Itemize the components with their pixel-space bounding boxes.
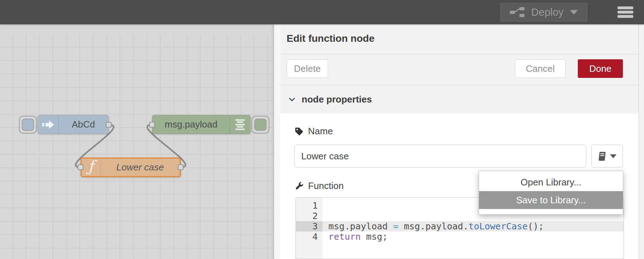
- code-line[interactable]: msg.payload = msg.payload.toLowerCase();: [322, 221, 624, 231]
- inject-output-port[interactable]: [106, 122, 112, 128]
- tray-header: Edit function node: [280, 24, 639, 54]
- line-number: 3: [296, 221, 322, 231]
- tray-title: Edit function node: [287, 33, 639, 44]
- delete-button[interactable]: Delete: [287, 59, 328, 78]
- header-bar: Deploy: [0, 0, 644, 24]
- chevron-down-icon: [289, 98, 295, 101]
- library-caret-icon: [610, 154, 616, 158]
- debug-input-port[interactable]: [149, 122, 155, 128]
- inject-trigger-button[interactable]: [19, 116, 37, 134]
- library-dropdown-button[interactable]: [591, 145, 623, 168]
- deploy-flow-icon: [510, 6, 525, 18]
- wrench-icon: [294, 181, 304, 191]
- function-node-selected[interactable]: ƒ Lower case: [80, 158, 181, 177]
- function-output-port[interactable]: [178, 164, 184, 170]
- wire-layer: [0, 24, 274, 259]
- tag-icon: [294, 127, 304, 136]
- deploy-caret-icon[interactable]: [570, 10, 578, 15]
- function-input-port[interactable]: [78, 164, 83, 170]
- debug-node[interactable]: msg.payload: [152, 115, 250, 134]
- debug-lines-icon: [230, 115, 250, 134]
- book-icon: [598, 151, 607, 161]
- menu-item[interactable]: Save to Library...: [479, 191, 623, 209]
- tray-scrollbar-track[interactable]: [639, 24, 644, 259]
- tray-toolbar: Delete Cancel Done: [280, 54, 639, 85]
- code-line[interactable]: return msg;: [322, 231, 624, 242]
- library-menu: Open Library...Save to Library...: [479, 171, 623, 215]
- edit-tray: Edit function node Delete Cancel Done no…: [280, 24, 644, 259]
- name-input[interactable]: [294, 145, 586, 168]
- inject-node-label: AbCd: [59, 115, 108, 134]
- deploy-label: Deploy: [531, 6, 564, 18]
- done-button[interactable]: Done: [578, 59, 623, 78]
- editor-gutter: 1234: [296, 198, 322, 259]
- flow-canvas[interactable]: AbCd ƒ Lower case msg.payload: [0, 24, 274, 259]
- function-node-label: Lower case: [101, 159, 180, 176]
- node-properties-section-toggle[interactable]: node properties: [280, 85, 639, 114]
- function-icon: ƒ: [82, 159, 101, 176]
- deploy-button[interactable]: Deploy: [500, 3, 587, 21]
- name-field-label: Name: [294, 126, 623, 137]
- menu-item[interactable]: Open Library...: [479, 173, 623, 191]
- tray-resize-handle[interactable]: [274, 24, 280, 259]
- line-number: 4: [296, 231, 322, 242]
- inject-arrow-icon: [38, 115, 59, 134]
- function-label-text: Function: [308, 180, 344, 191]
- name-label-text: Name: [308, 126, 333, 137]
- section-title: node properties: [302, 94, 372, 105]
- debug-node-label: msg.payload: [152, 115, 230, 134]
- line-number: 1: [296, 200, 322, 211]
- line-number: 2: [296, 211, 322, 221]
- debug-toggle-button[interactable]: [252, 116, 269, 134]
- inject-node[interactable]: AbCd: [38, 115, 108, 134]
- cancel-button[interactable]: Cancel: [515, 59, 566, 78]
- main-menu-icon[interactable]: [618, 6, 633, 19]
